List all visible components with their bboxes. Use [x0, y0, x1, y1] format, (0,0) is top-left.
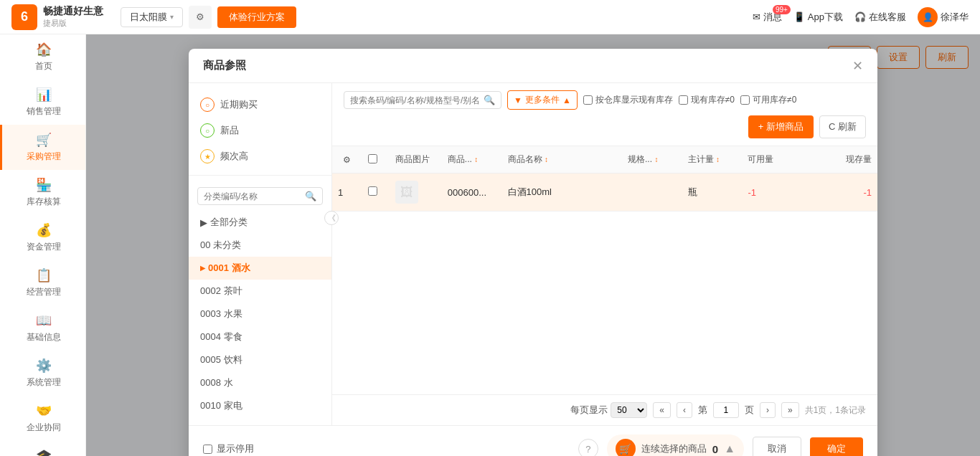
- stock-icon: 🏪: [36, 177, 52, 193]
- checkbox-current-stock-label: 现有库存≠0: [691, 94, 735, 106]
- brand-sub: 捷易版: [43, 18, 103, 29]
- recent-label: 近期购买: [220, 98, 258, 111]
- trial-button[interactable]: 体验行业方案: [217, 6, 296, 28]
- category-00[interactable]: 00 未分类: [189, 234, 331, 257]
- category-all[interactable]: ▶ 全部分类: [189, 211, 331, 234]
- category-0004[interactable]: 0004 零食: [189, 326, 331, 348]
- help-icon: ?: [585, 444, 590, 455]
- row-checkbox-cell[interactable]: [362, 174, 390, 212]
- table-pagination: 每页显示 50 20 100 « ‹ 第 页 ›: [332, 394, 877, 425]
- last-page-btn[interactable]: »: [781, 402, 799, 418]
- category-0002[interactable]: 0002 茶叶: [189, 280, 331, 303]
- message-badge: 99+: [773, 5, 791, 14]
- col-spec-sort-icon: ↕: [654, 156, 658, 163]
- category-search[interactable]: 🔍: [197, 187, 323, 205]
- modal-header: 商品参照 ✕: [189, 49, 877, 83]
- sidebar-label-base: 基础信息: [27, 331, 61, 343]
- checkbox-available-stock-input[interactable]: [740, 95, 750, 105]
- per-page-select[interactable]: 每页显示 50 20 100: [570, 402, 647, 418]
- user-avatar-item[interactable]: 👤 徐泽华: [918, 7, 969, 27]
- col-spec[interactable]: 规格... ↕: [622, 146, 682, 174]
- sidebar-item-home[interactable]: 🏠 首页: [0, 34, 85, 80]
- sidebar-item-guide[interactable]: 🎓 新手引导: [0, 441, 85, 456]
- show-disabled-label[interactable]: 显示停用: [203, 442, 254, 455]
- sidebar-item-sales[interactable]: 📊 销售管理: [0, 80, 85, 125]
- per-page-dropdown[interactable]: 50 20 100: [611, 402, 647, 418]
- sidebar-item-purchase[interactable]: 🛒 采购管理: [0, 125, 85, 170]
- product-name: 白酒100ml: [508, 186, 552, 197]
- next-page-btn[interactable]: ›: [760, 402, 776, 418]
- first-page-btn[interactable]: «: [653, 402, 671, 418]
- category-0008[interactable]: 0008 水: [189, 371, 331, 394]
- frequent-item[interactable]: ★ 频次高: [189, 143, 331, 169]
- confirm-button[interactable]: 确定: [810, 437, 863, 456]
- col-unit[interactable]: 主计量 ↕: [682, 146, 743, 174]
- message-nav-item[interactable]: ✉ 消息 99+: [753, 11, 782, 24]
- sidebar-item-ops[interactable]: 📋 经营管理: [0, 260, 85, 305]
- page-number-input[interactable]: [713, 402, 739, 418]
- category-00-label: 00 未分类: [200, 239, 241, 252]
- product-thumbnail: 🖼: [395, 181, 418, 204]
- product-search-wrap[interactable]: 🔍: [344, 91, 501, 109]
- product-search-input[interactable]: [350, 95, 481, 105]
- category-0003[interactable]: 0003 水果: [189, 303, 331, 326]
- filter-icon: ▼: [514, 95, 522, 105]
- select-all-checkbox[interactable]: [368, 154, 377, 163]
- app-download-label: App下载: [808, 11, 843, 24]
- recent-purchase-item[interactable]: ○ 近期购买: [189, 92, 331, 118]
- sidebar-item-finance[interactable]: 💰 资金管理: [0, 215, 85, 260]
- bottom-actions: ? 🛒 连续选择的商品 0 ▲ 取消 确定: [578, 434, 863, 456]
- category-0001[interactable]: ▶ 0001 酒水: [189, 257, 331, 280]
- product-table-wrap: ⚙ 商品图片 商品... ↕: [332, 146, 877, 394]
- store-chevron-icon: ▾: [170, 13, 174, 21]
- row-index: 1: [332, 174, 362, 212]
- sidebar: 🏠 首页 📊 销售管理 🛒 采购管理 🏪 库存核算 💰 资金管理 📋 经营管理 …: [0, 34, 86, 456]
- col-code[interactable]: 商品... ↕: [442, 146, 502, 174]
- table-header-row: ⚙ 商品图片 商品... ↕: [332, 146, 877, 174]
- refresh-button[interactable]: C 刷新: [819, 115, 866, 138]
- store-selector[interactable]: 日太阳膜 ▾: [121, 7, 183, 27]
- show-disabled-checkbox[interactable]: [203, 445, 212, 454]
- col-name[interactable]: 商品名称 ↕: [502, 146, 622, 174]
- category-0005[interactable]: 0005 饮料: [189, 348, 331, 371]
- sidebar-item-collab[interactable]: 🤝 企业协同: [0, 396, 85, 441]
- category-0004-label: 0004 零食: [200, 331, 242, 343]
- modal-close-button[interactable]: ✕: [852, 60, 863, 72]
- filter-label: 更多条件: [525, 94, 560, 106]
- app-download-item[interactable]: 📱 App下载: [793, 11, 843, 24]
- checkbox-current-stock-input[interactable]: [679, 95, 688, 105]
- sidebar-label-ops: 经营管理: [27, 286, 61, 298]
- col-spec-label: 规格...: [628, 154, 652, 164]
- category-0001-label: 0001 酒水: [208, 262, 250, 275]
- checkbox-available-stock[interactable]: 可用库存≠0: [740, 94, 796, 106]
- checkbox-warehouse-stock-input[interactable]: [583, 95, 593, 105]
- col-name-sort-icon: ↕: [545, 156, 548, 163]
- modal-title: 商品参照: [203, 59, 246, 72]
- purchase-icon: 🛒: [36, 132, 52, 148]
- settings-icon[interactable]: ⚙: [189, 6, 212, 29]
- left-panel-collapse-btn[interactable]: 《: [324, 211, 339, 225]
- username: 徐泽华: [941, 11, 969, 24]
- category-search-input[interactable]: [204, 191, 302, 201]
- sidebar-item-base[interactable]: 📖 基础信息: [0, 305, 85, 351]
- product-available: -1: [748, 187, 756, 198]
- product-stock: -1: [863, 187, 872, 198]
- checkbox-current-stock[interactable]: 现有库存≠0: [679, 94, 735, 106]
- prev-page-btn[interactable]: ‹: [677, 402, 692, 418]
- guide-icon: 🎓: [36, 448, 52, 456]
- active-triangle-icon: ▶: [200, 265, 205, 272]
- col-unit-sort-icon: ↕: [716, 156, 720, 163]
- cart-collapse-icon[interactable]: ▲: [724, 442, 735, 455]
- help-button[interactable]: ?: [578, 439, 598, 456]
- category-0010[interactable]: 0010 家电: [189, 394, 331, 417]
- filter-more-button[interactable]: ▼ 更多条件 ▲: [507, 90, 578, 110]
- table-row[interactable]: 1 🖼: [332, 174, 877, 212]
- cancel-button[interactable]: 取消: [753, 437, 801, 456]
- sidebar-item-system[interactable]: ⚙️ 系统管理: [0, 351, 85, 396]
- add-product-button[interactable]: + 新增商品: [748, 115, 814, 138]
- row-select-checkbox[interactable]: [368, 186, 377, 196]
- sidebar-item-stock[interactable]: 🏪 库存核算: [0, 170, 85, 215]
- checkbox-warehouse-stock[interactable]: 按仓库显示现有库存: [583, 94, 673, 106]
- service-item[interactable]: 🎧 在线客服: [854, 11, 906, 24]
- new-product-item[interactable]: ○ 新品: [189, 118, 331, 143]
